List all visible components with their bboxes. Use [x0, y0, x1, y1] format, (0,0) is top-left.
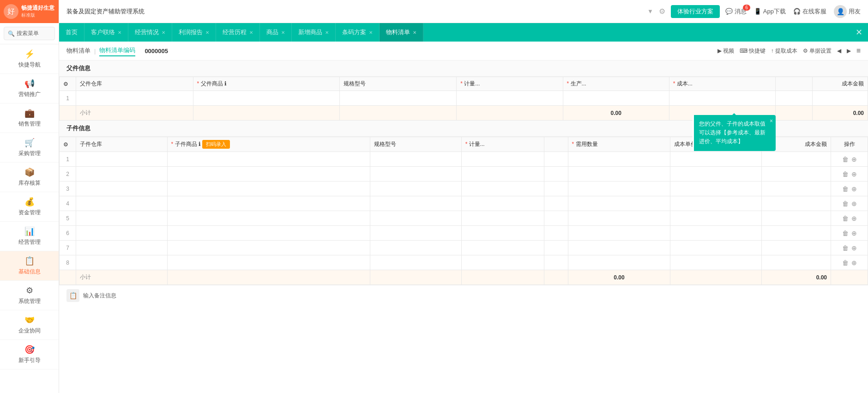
copy-icon-1[interactable]: ⊕	[851, 156, 857, 163]
child-unit-cost-6[interactable]	[670, 226, 762, 241]
view-toggle-icon[interactable]: ≡	[856, 47, 861, 55]
child-warehouse-6[interactable]	[76, 226, 168, 241]
nav-next-arrow[interactable]: ▶	[847, 48, 851, 54]
child-spec-6[interactable]	[370, 226, 462, 241]
app-download-action[interactable]: 📱 App下载	[754, 7, 786, 16]
sub-tab-bom-code[interactable]: 物料清单编码	[99, 45, 135, 56]
parent-spec-cell[interactable]	[339, 91, 457, 106]
delete-icon-7[interactable]: 🗑	[842, 244, 849, 252]
close-tab-new_goods[interactable]: ✕	[325, 30, 329, 35]
copy-icon-8[interactable]: ⊕	[851, 259, 857, 266]
delete-icon-8[interactable]: 🗑	[842, 259, 849, 266]
extract-cost-action[interactable]: ↑ 提取成本	[771, 47, 797, 55]
child-req-qty-3[interactable]	[568, 181, 670, 196]
copy-icon-4[interactable]: ⊕	[851, 200, 857, 207]
child-goods-3[interactable]	[167, 181, 370, 196]
parent-production-cell[interactable]	[563, 91, 669, 106]
tooltip-close-btn[interactable]: ×	[770, 117, 773, 126]
sidebar-item-enterprise[interactable]: 🤝企业协同	[0, 310, 59, 340]
copy-icon-2[interactable]: ⊕	[851, 170, 857, 178]
close-tab-goods[interactable]: ✕	[281, 30, 285, 35]
child-unit-cost-4[interactable]	[670, 196, 762, 211]
child-warehouse-4[interactable]	[76, 196, 168, 211]
trial-btn[interactable]: 体验行业方案	[671, 5, 720, 18]
parent-warehouse-cell[interactable]	[76, 91, 193, 106]
child-spec-4[interactable]	[370, 196, 462, 211]
sidebar-item-sales[interactable]: 💼销售管理	[0, 103, 59, 133]
child-col-setting[interactable]: ⚙	[60, 137, 76, 152]
child-goods-8[interactable]	[167, 255, 370, 270]
nav-tab-new_goods[interactable]: 新增商品✕	[292, 23, 336, 42]
child-warehouse-1[interactable]	[76, 152, 168, 167]
close-all-tabs-btn[interactable]: ✕	[850, 23, 868, 42]
search-menu-button[interactable]: 🔍 搜索菜单	[4, 27, 55, 40]
child-warehouse-3[interactable]	[76, 181, 168, 196]
delete-icon-5[interactable]: 🗑	[842, 215, 849, 222]
child-unit-7[interactable]	[461, 241, 544, 255]
close-tab-bom[interactable]: ✕	[413, 30, 416, 35]
online-service-action[interactable]: 🎧 在线客服	[793, 7, 826, 16]
child-unit-cost-7[interactable]	[670, 241, 762, 255]
child-unit-1[interactable]	[461, 152, 544, 167]
child-req-qty-8[interactable]	[568, 255, 670, 270]
child-req-qty-7[interactable]	[568, 241, 670, 255]
parent-goods-cell[interactable]	[193, 91, 339, 106]
child-goods-5[interactable]	[167, 211, 370, 226]
delete-icon-4[interactable]: 🗑	[842, 200, 849, 207]
child-unit-6[interactable]	[461, 226, 544, 241]
child-spec-7[interactable]	[370, 241, 462, 255]
nav-tab-bom[interactable]: 物料清单✕	[380, 23, 423, 42]
sidebar-item-inventory[interactable]: 📦库存核算	[0, 163, 59, 192]
child-warehouse-2[interactable]	[76, 167, 168, 181]
nav-tab-operations[interactable]: 经营情况✕	[128, 23, 172, 42]
message-action[interactable]: 💬 消息 6	[725, 7, 747, 16]
child-unit-8[interactable]	[461, 255, 544, 270]
nav-prev-arrow[interactable]: ◀	[837, 48, 841, 54]
child-unit-5[interactable]	[461, 211, 544, 226]
child-spec-8[interactable]	[370, 255, 462, 270]
nav-tab-customers[interactable]: 客户联络✕	[84, 23, 128, 42]
scan-input-btn[interactable]: 扫码录入	[202, 140, 230, 149]
parent-unit-cell[interactable]	[457, 91, 563, 106]
close-tab-customers[interactable]: ✕	[118, 30, 121, 35]
close-tab-operations[interactable]: ✕	[162, 30, 165, 35]
child-req-qty-5[interactable]	[568, 211, 670, 226]
single-settings-action[interactable]: ⚙ 单据设置	[803, 47, 832, 55]
child-unit-cost-8[interactable]	[670, 255, 762, 270]
child-req-qty-6[interactable]	[568, 226, 670, 241]
child-unit-cost-2[interactable]	[670, 167, 762, 181]
parent-cost-cell[interactable]	[669, 91, 775, 106]
child-warehouse-7[interactable]	[76, 241, 168, 255]
delete-icon-3[interactable]: 🗑	[842, 185, 849, 193]
child-unit-2[interactable]	[461, 167, 544, 181]
child-goods-4[interactable]	[167, 196, 370, 211]
child-spec-1[interactable]	[370, 152, 462, 167]
delete-icon-6[interactable]: 🗑	[842, 230, 849, 237]
parent-col-setting[interactable]: ⚙	[60, 77, 76, 91]
sidebar-item-purchase[interactable]: 🛒采购管理	[0, 133, 59, 163]
sidebar-item-operations_mgr[interactable]: 📊经营管理	[0, 222, 59, 251]
copy-icon-3[interactable]: ⊕	[851, 185, 857, 193]
sidebar-item-system[interactable]: ⚙系统管理	[0, 281, 59, 310]
delete-icon-2[interactable]: 🗑	[842, 170, 849, 178]
sidebar-item-guide[interactable]: 🎯新手引导	[0, 340, 59, 369]
child-spec-3[interactable]	[370, 181, 462, 196]
nav-tab-goods[interactable]: 商品✕	[260, 23, 292, 42]
nav-tab-barcode[interactable]: 条码方案✕	[336, 23, 380, 42]
sidebar-item-quick_nav[interactable]: ⚡快捷导航	[0, 44, 59, 74]
child-req-qty-1[interactable]	[568, 152, 670, 167]
shortcut-action[interactable]: ⌨ 快捷键	[740, 47, 766, 55]
child-warehouse-8[interactable]	[76, 255, 168, 270]
close-tab-history[interactable]: ✕	[249, 30, 253, 35]
child-spec-5[interactable]	[370, 211, 462, 226]
user-menu[interactable]: 👤 用友	[834, 5, 861, 18]
sidebar-item-finance[interactable]: 💰资金管理	[0, 192, 59, 222]
child-unit-cost-3[interactable]	[670, 181, 762, 196]
copy-icon-5[interactable]: ⊕	[851, 215, 857, 222]
child-unit-cost-1[interactable]	[670, 152, 762, 167]
child-unit-3[interactable]	[461, 181, 544, 196]
nav-tab-home[interactable]: 首页	[59, 23, 84, 42]
child-goods-6[interactable]	[167, 226, 370, 241]
child-req-qty-2[interactable]	[568, 167, 670, 181]
video-action[interactable]: ▶ 视频	[717, 47, 734, 55]
